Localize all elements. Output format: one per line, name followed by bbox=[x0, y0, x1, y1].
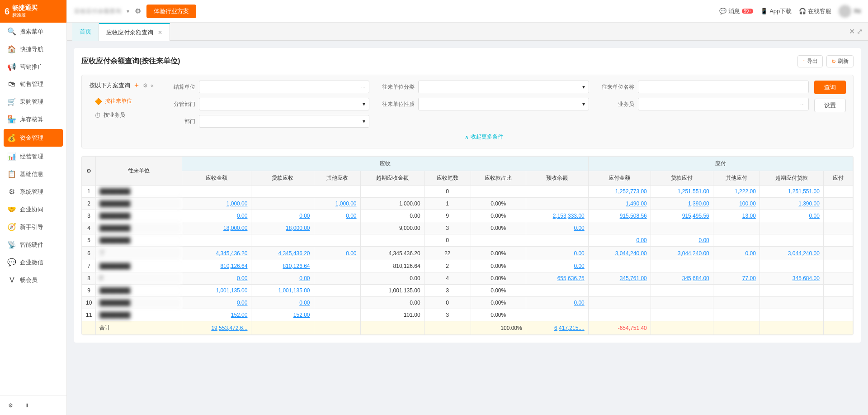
salesperson-input[interactable]: ··· bbox=[638, 98, 809, 110]
add-filter-icon[interactable]: ＋ bbox=[133, 81, 140, 90]
close-window-btn[interactable]: ✕ bbox=[849, 27, 855, 36]
th-ar-amount: 应收金额 bbox=[182, 171, 251, 186]
sidebar-item-operation[interactable]: 📊 经营管理 bbox=[0, 148, 66, 165]
th-ar-other: 其他应收 bbox=[314, 171, 360, 186]
logo: 6 畅捷通买 标准版 bbox=[0, 0, 66, 23]
balance-tab-label: 应收应付余额查询 bbox=[106, 29, 153, 37]
sidebar-item-warehouse[interactable]: 🏪 库存核算 bbox=[0, 110, 66, 128]
action-buttons: 查询 设置 bbox=[814, 81, 846, 112]
promo-button[interactable]: 体验行业方案 bbox=[146, 5, 196, 18]
filter-top: 按以下方案查询 ＋ ⚙ « 🔶 按往来单位 ⏱ 按业务员 bbox=[89, 81, 846, 143]
sidebar-item-collab[interactable]: 🤝 企业协同 bbox=[0, 200, 66, 218]
footer-ar-overdue bbox=[360, 321, 424, 335]
user-info: Rit bbox=[839, 5, 861, 18]
th-ar-loan: 贷款应收 bbox=[251, 171, 314, 186]
guide-icon: 🧭 bbox=[7, 223, 16, 231]
tab-balance[interactable]: 应收应付余额查询 ✕ bbox=[99, 23, 170, 41]
member-icon: Ⅴ bbox=[7, 276, 16, 284]
sidebar-item-label-member: 畅会员 bbox=[20, 276, 38, 284]
messages-btn[interactable]: 💬 消息 99+ bbox=[719, 7, 753, 15]
dept2-input[interactable]: ▾ bbox=[199, 115, 370, 128]
sidebar-item-search[interactable]: 🔍 搜索菜单 bbox=[0, 23, 66, 40]
table-settings-icon[interactable]: ⚙ bbox=[86, 168, 91, 174]
th-ap-loan: 贷款应付 bbox=[651, 171, 713, 186]
app-download-btn[interactable]: 📱 App下载 bbox=[760, 7, 792, 15]
footer-ar-total[interactable]: 19,553,472,6... bbox=[182, 321, 251, 335]
sidebar-item-label-marketing: 营销推广 bbox=[20, 63, 43, 71]
search-icon: 🔍 bbox=[7, 27, 16, 36]
table-row: 4████████18,000.0018,000.009,000.0030.00… bbox=[82, 222, 853, 234]
collapse-more-btn[interactable]: ∧ 收起更多条件 bbox=[159, 131, 809, 143]
mode-staff-label: 按业务员 bbox=[104, 111, 125, 119]
export-button[interactable]: ↑ 导出 bbox=[797, 55, 823, 67]
sidebar-item-guide[interactable]: 🧭 新手引导 bbox=[0, 218, 66, 236]
data-table: ⚙ 往来单位 应收 应付 应收金额 贷款应收 其他应收 超期应收金额 应收笔数 … bbox=[82, 156, 853, 335]
footer-prepay[interactable]: 6,417,215.... bbox=[526, 321, 588, 335]
footer-empty1 bbox=[82, 321, 96, 335]
filter-row-unit-cat: 往来单位分类 ▾ bbox=[378, 81, 589, 93]
tab-close-icon[interactable]: ✕ bbox=[158, 29, 162, 36]
table-row: 8P0.000.000.0040.00%655,636.75345,761.00… bbox=[82, 272, 853, 285]
th-ap-overdue: 超期应付贷款 bbox=[760, 171, 823, 186]
settlement-dots: ··· bbox=[361, 84, 365, 90]
sidebar-item-quick[interactable]: 🏠 快捷导航 bbox=[0, 40, 66, 58]
tab-home[interactable]: 首页 bbox=[72, 23, 99, 41]
sidebar-item-purchase[interactable]: 🛒 采购管理 bbox=[0, 93, 66, 110]
sidebar-item-hardware[interactable]: 📡 智能硬件 bbox=[0, 236, 66, 253]
logo-icon: 6 bbox=[5, 6, 9, 17]
sidebar-item-label-guide: 新手引导 bbox=[20, 223, 43, 231]
th-settings[interactable]: ⚙ bbox=[82, 157, 96, 186]
table-row: 1████████01,252,773.001,251,551.001,222.… bbox=[82, 186, 853, 198]
filter-row-unit-nature: 往来单位性质 ▾ bbox=[378, 98, 589, 110]
purchase-icon: 🛒 bbox=[7, 97, 16, 106]
settlement-label: 结算单位 bbox=[159, 83, 195, 91]
service-btn[interactable]: 🎧 在线客服 bbox=[799, 7, 831, 15]
wechat-icon: 💬 bbox=[7, 258, 16, 267]
collapse-filter-icon[interactable]: « bbox=[151, 82, 154, 89]
settings-filter-icon[interactable]: ⚙ bbox=[143, 82, 148, 89]
sidebar-item-marketing[interactable]: 📢 营销推广 bbox=[0, 58, 66, 76]
header-gear-icon[interactable]: ⚙ bbox=[135, 7, 141, 15]
mode-by-staff[interactable]: ⏱ 按业务员 bbox=[89, 109, 154, 122]
marketing-icon: 📢 bbox=[7, 62, 16, 71]
dept2-arrow: ▾ bbox=[363, 118, 365, 124]
mode-by-unit[interactable]: 🔶 按往来单位 bbox=[89, 95, 154, 108]
set-button[interactable]: 设置 bbox=[814, 99, 846, 112]
unit-name-input[interactable] bbox=[638, 81, 809, 93]
sidebar-item-label-search: 搜索菜单 bbox=[20, 28, 43, 36]
header-right: 💬 消息 99+ 📱 App下载 🎧 在线客服 Rit bbox=[719, 5, 861, 18]
dept-mgr-input[interactable]: ▾ bbox=[199, 98, 370, 110]
footer-ap-overdue bbox=[760, 321, 823, 335]
filter-row-salesperson: 业务员 ··· bbox=[598, 98, 809, 110]
fullscreen-btn[interactable]: ⤢ bbox=[857, 27, 863, 36]
mode-unit-icon: 🔶 bbox=[94, 98, 102, 105]
collapse-sidebar-btn[interactable]: ⏸ bbox=[20, 401, 33, 410]
sidebar-item-basic[interactable]: 📋 基础信息 bbox=[0, 165, 66, 183]
sidebar-item-wechat[interactable]: 💬 企业微信 bbox=[0, 253, 66, 271]
settings-footer-btn[interactable]: ⚙ bbox=[5, 401, 17, 410]
message-icon: 💬 bbox=[719, 8, 726, 14]
tab-bar-actions: ✕ ⤢ bbox=[849, 27, 863, 36]
page-actions: ↑ 导出 ↻ 刷新 bbox=[797, 55, 854, 67]
footer-label: 合计 bbox=[96, 321, 182, 335]
query-button[interactable]: 查询 bbox=[814, 81, 846, 94]
unit-nature-input[interactable]: ▾ bbox=[418, 98, 589, 110]
system-icon: ⚙ bbox=[7, 187, 16, 196]
table-row: 11████████152.00152.00101.0030.00% bbox=[82, 309, 853, 321]
table-row: 9████████1,001,135.001,001,135.001,001,1… bbox=[82, 285, 853, 297]
hardware-icon: 📡 bbox=[7, 240, 16, 249]
refresh-button[interactable]: ↻ 刷新 bbox=[826, 55, 854, 67]
sidebar-item-finance[interactable]: 💰 资金管理 bbox=[4, 129, 63, 147]
footer-ar-loan bbox=[251, 321, 314, 335]
finance-icon: 💰 bbox=[7, 134, 16, 142]
export-label: 导出 bbox=[807, 57, 818, 65]
sidebar-item-sales[interactable]: 🛍 销售管理 bbox=[0, 76, 66, 93]
mode-staff-icon: ⏱ bbox=[94, 112, 101, 119]
collab-icon: 🤝 bbox=[7, 205, 16, 214]
settlement-input[interactable]: ··· bbox=[199, 81, 370, 93]
th-prepay: 预收余额 bbox=[526, 171, 588, 186]
unit-cat-input[interactable]: ▾ bbox=[418, 81, 589, 93]
sidebar-item-member[interactable]: Ⅴ 畅会员 bbox=[0, 271, 66, 289]
sidebar-item-label-basic: 基础信息 bbox=[20, 170, 43, 178]
sidebar-item-system[interactable]: ⚙ 系统管理 bbox=[0, 183, 66, 200]
